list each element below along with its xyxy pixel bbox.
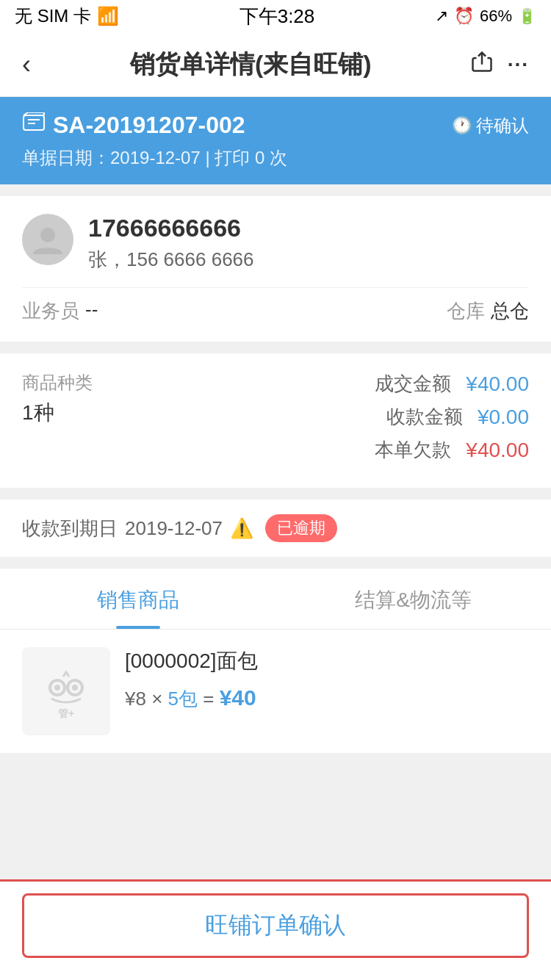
status-right: ↗ ⏰ 66% 🔋 [435,7,536,26]
nav-bar: ‹ 销货单详情(来自旺铺) ··· [0,32,551,97]
status-bar: 无 SIM 卡 📶 下午3:28 ↗ ⏰ 66% 🔋 [0,0,551,32]
share-icon[interactable] [471,51,493,78]
received-amount-label: 收款金额 [386,404,463,430]
tab-settlement-logistics[interactable]: 结算&物流等 [276,569,551,629]
due-date-value: 2019-12-07 [125,517,223,540]
warehouse-label: 仓库 [447,298,485,324]
order-number: SA-20191207-002 [22,112,245,139]
bottom-bar: 旺铺订单确认 [0,879,551,980]
price-formula: ¥8 × [125,688,168,710]
customer-name: 张，156 6666 6666 [88,247,529,273]
battery-icon: 🔋 [518,7,536,25]
svg-point-9 [54,685,60,691]
overdue-badge: 已逾期 [265,514,337,542]
received-amount-value: ¥0.00 [478,406,529,429]
deal-amount-label: 成交金额 [375,371,451,397]
salesperson-label: 业务员 [22,298,79,324]
summary-amounts: 成交金额 ¥40.00 收款金额 ¥0.00 本单欠款 ¥40.00 [375,371,529,470]
product-item: 管+ [0000002]面包 ¥8 × 5包 = ¥40 [0,630,551,753]
order-date: 单据日期：2019-12-07 | 打印 0 次 [22,146,529,170]
status-time: 下午3:28 [240,4,315,29]
status-left: 无 SIM 卡 📶 [15,4,119,28]
customer-meta: 业务员 -- 仓库 总仓 [22,287,529,324]
svg-point-6 [40,228,55,242]
salesperson-value: -- [85,298,98,324]
svg-point-10 [72,685,78,691]
product-name: [0000002]面包 [125,647,529,675]
order-icon [22,112,46,139]
price-total: ¥40 [220,685,256,710]
nav-actions: ··· [471,51,529,78]
battery-text: 66% [480,7,512,26]
alarm-icon: ⏰ [454,7,474,26]
customer-section: 17666666666 张，156 6666 6666 业务员 -- 仓库 总仓 [0,196,551,342]
due-date-label: 收款到期日 [22,516,118,541]
tabs-header: 销售商品 结算&物流等 [0,569,551,630]
no-sim-text: 无 SIM 卡 [15,4,91,28]
product-thumbnail: 管+ [22,647,110,735]
price-quantity: 5包 [168,688,198,710]
tab-sales-products[interactable]: 销售商品 [0,569,276,629]
warning-icon: ⚠️ [230,517,253,540]
tabs-section: 销售商品 结算&物流等 管+ [0000002]面包 ¥8 × 5包 = ¥ [0,569,551,753]
location-icon: ↗ [435,7,448,26]
content-area [0,753,551,900]
svg-text:管+: 管+ [58,707,74,719]
customer-avatar [22,214,73,265]
owe-amount-label: 本单欠款 [375,437,451,463]
customer-phone: 17666666666 [88,214,529,242]
product-info: [0000002]面包 ¥8 × 5包 = ¥40 [125,647,529,712]
back-button[interactable]: ‹ [22,49,31,80]
summary-section: 商品种类 1种 成交金额 ¥40.00 收款金额 ¥0.00 本单欠款 ¥40.… [0,353,551,488]
warehouse-value: 总仓 [491,298,529,324]
wifi-icon: 📶 [97,6,119,26]
due-date-section: 收款到期日 2019-12-07 ⚠️ 已逾期 [0,500,551,557]
owe-amount-value: ¥40.00 [466,439,529,462]
clock-icon: 🕐 [452,116,472,135]
product-types-value: 1种 [22,399,93,427]
deal-amount-value: ¥40.00 [466,372,529,396]
price-equals: = [203,688,219,710]
page-title: 销货单详情(来自旺铺) [130,48,372,82]
more-icon[interactable]: ··· [508,53,529,76]
confirm-order-button[interactable]: 旺铺订单确认 [22,893,529,958]
order-status-badge: 🕐 待确认 [452,114,529,137]
product-types-label: 商品种类 [22,371,93,394]
product-price: ¥8 × 5包 = ¥40 [125,685,529,712]
order-header: SA-20191207-002 🕐 待确认 单据日期：2019-12-07 | … [0,97,551,184]
